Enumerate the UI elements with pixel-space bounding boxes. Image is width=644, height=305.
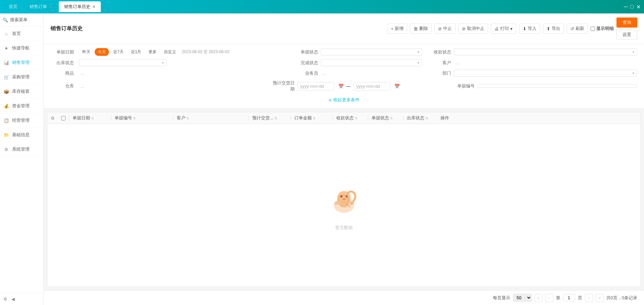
date-btn-today[interactable]: 今天 xyxy=(95,48,109,56)
sidebar-item-finance[interactable]: 💰 资金管理 xyxy=(0,99,43,113)
display-toggle-checkbox[interactable] xyxy=(591,27,595,31)
warehouse-label: 仓库 xyxy=(50,83,74,89)
collapse-bar[interactable]: ∧ 收起更多条件 xyxy=(50,96,637,104)
date-btn-more[interactable]: 更多 xyxy=(145,48,160,56)
page-title-bar: 销售订单历史 + 新增 🗑 删除 ⊘ 中止 ⊘ xyxy=(44,13,644,44)
page-size-label: 每页显示 xyxy=(493,295,510,301)
page-title: 销售订单历史 xyxy=(50,25,83,32)
product-btn[interactable]: ... xyxy=(79,70,86,76)
sidebar-item-sales[interactable]: 📊 销售管理 xyxy=(0,55,43,70)
col-header-out-status[interactable]: 出库状态 ⇅ xyxy=(404,115,438,121)
folder-icon: 📁 xyxy=(3,132,9,138)
department-label: 部门 xyxy=(428,70,451,76)
sidebar-item-operation-label: 经营管理 xyxy=(12,117,30,123)
stop-button[interactable]: ⊘ 中止 xyxy=(434,24,456,34)
page-size-select[interactable]: 50 10 20 100 xyxy=(513,294,532,302)
print-icon: 🖨 xyxy=(495,26,499,31)
sidebar-item-system[interactable]: ⚙ 系统管理 xyxy=(0,142,43,157)
tab-sales-order[interactable]: 销售订单 ✕ xyxy=(24,1,57,12)
col-header-date[interactable]: 单据日期 ⇅ xyxy=(70,115,110,121)
col-header-order-status[interactable]: 单据状态 ⇅ xyxy=(369,115,402,121)
order-status-select[interactable]: ▾ xyxy=(321,48,422,55)
department-filter: 部门 ▾ xyxy=(428,70,638,77)
pagination-prev-btn[interactable]: ‹ xyxy=(545,294,553,302)
col-header-num[interactable]: 单据编号 ⇅ xyxy=(112,115,172,121)
pagination-page-label: 第 xyxy=(556,295,560,301)
date-btn-yesterday[interactable]: 昨天 xyxy=(79,48,93,56)
sidebar-item-quick-nav[interactable]: ★ 快捷导航 xyxy=(0,41,43,55)
delete-button[interactable]: 🗑 删除 xyxy=(410,24,432,34)
order-num-input[interactable] xyxy=(477,84,638,88)
calendar-start-icon[interactable]: 📅 xyxy=(338,84,344,89)
add-button[interactable]: + 新增 xyxy=(387,24,407,34)
window-maximize-icon[interactable]: □ xyxy=(630,4,634,10)
col-header-amount[interactable]: 订单金额 ⇅ xyxy=(292,115,332,121)
import-label: 导入 xyxy=(528,26,536,32)
refresh-button[interactable]: ↺ 刷新 xyxy=(567,24,588,34)
pagination-first-btn[interactable]: « xyxy=(534,294,543,302)
salesperson-btn[interactable]: ... xyxy=(321,70,327,76)
delivery-date-end-input[interactable]: yyyy-mm-dd xyxy=(353,82,390,90)
select-all-checkbox[interactable] xyxy=(58,116,68,120)
delivery-date-start-input[interactable]: yyyy-mm-dd xyxy=(297,82,334,90)
pay-status-select[interactable]: ▾ xyxy=(454,48,638,55)
complete-status-filter: 完成状态 ▾ xyxy=(295,59,422,66)
date-btn-last7[interactable]: 近7天 xyxy=(110,48,127,56)
collapse-up-icon: ∧ xyxy=(329,98,332,103)
sidebar-item-inventory-label: 库存核算 xyxy=(12,88,30,94)
out-status-select[interactable]: ▾ xyxy=(79,59,167,66)
warehouse-filter: ... xyxy=(79,83,266,89)
sidebar-settings-icon[interactable]: ⚙ xyxy=(3,297,7,302)
clipboard-icon: 📋 xyxy=(3,118,9,123)
sidebar-item-purchase[interactable]: 🛒 采购管理 xyxy=(0,70,43,84)
display-toggle-label[interactable]: 显示明细 xyxy=(591,26,614,32)
col-header-pay-status[interactable]: 收款状态 ⇅ xyxy=(334,115,367,121)
sidebar-item-basic-info[interactable]: 📁 基础信息 xyxy=(0,128,43,142)
calendar-end-icon[interactable]: 📅 xyxy=(394,84,400,89)
tab-sales-order-history-close[interactable]: ✕ xyxy=(92,5,95,9)
toolbar: + 新增 🗑 删除 ⊘ 中止 ⊘ 取消中止 xyxy=(387,17,637,40)
tab-sales-order-close[interactable]: ✕ xyxy=(49,5,52,9)
department-select[interactable]: ▾ xyxy=(454,70,638,77)
customer-btn[interactable]: ... xyxy=(454,60,460,66)
home-icon: ⌂ xyxy=(3,31,9,36)
col-header-delivery[interactable]: 预计交货... ⇅ xyxy=(250,115,290,121)
cancel-stop-button[interactable]: ⊘ 取消中止 xyxy=(458,24,488,34)
print-button[interactable]: 🖨 打印 ▾ xyxy=(491,24,516,34)
sidebar-item-home[interactable]: ⌂ 首页 xyxy=(0,27,43,41)
pagination-next-btn[interactable]: › xyxy=(585,294,593,302)
sidebar-item-operation[interactable]: 📋 经营管理 xyxy=(0,113,43,128)
sidebar-item-inventory[interactable]: 📦 库存核算 xyxy=(0,84,43,99)
import-button[interactable]: ⬇ 导入 xyxy=(519,24,540,34)
date-separator: — xyxy=(346,84,351,89)
complete-status-select[interactable]: ▾ xyxy=(321,59,422,66)
checkbox-all[interactable] xyxy=(61,116,66,120)
pay-status-arrow: ▾ xyxy=(633,50,634,54)
date-btn-lastmonth[interactable]: 近1月 xyxy=(128,48,144,56)
sidebar-collapse-icon[interactable]: ◀ xyxy=(11,297,15,302)
out-status-label: 出库状态 xyxy=(50,60,74,66)
tab-sales-order-history[interactable]: 销售订单历史 ✕ xyxy=(59,1,101,12)
pagination-page-input[interactable] xyxy=(563,294,575,301)
export-button[interactable]: ⬆ 导出 xyxy=(543,24,564,34)
query-button[interactable]: 查询 xyxy=(616,17,637,28)
tab-home[interactable]: 首页 xyxy=(3,1,23,12)
sidebar-search[interactable]: 🔍 搜索菜单 xyxy=(0,13,43,27)
print-dropdown-icon: ▾ xyxy=(510,26,513,31)
warehouse-btn[interactable]: ... xyxy=(79,83,86,89)
department-arrow: ▾ xyxy=(633,71,634,75)
pagination-last-btn[interactable]: » xyxy=(596,294,604,302)
col-header-customer[interactable]: 客户 ⇅ xyxy=(174,115,248,121)
sidebar-bottom: ⚙ ◀ xyxy=(0,293,43,305)
date-btn-custom[interactable]: 自定义 xyxy=(161,48,179,56)
window-minimize-icon[interactable]: ─ xyxy=(624,4,628,10)
col-customer-sort-icon: ⇅ xyxy=(186,116,189,120)
divider-6 xyxy=(333,115,333,121)
window-close-icon[interactable]: ✕ xyxy=(636,4,641,10)
cancel-stop-icon: ⊘ xyxy=(462,26,466,31)
delivery-date-label: 预计交货日期 xyxy=(271,80,295,92)
stop-icon: ⊘ xyxy=(438,26,442,31)
refresh-icon: ↺ xyxy=(570,26,574,31)
setting-button[interactable]: 设置 xyxy=(616,30,637,40)
table-settings-icon[interactable]: ⚙ xyxy=(51,116,55,121)
